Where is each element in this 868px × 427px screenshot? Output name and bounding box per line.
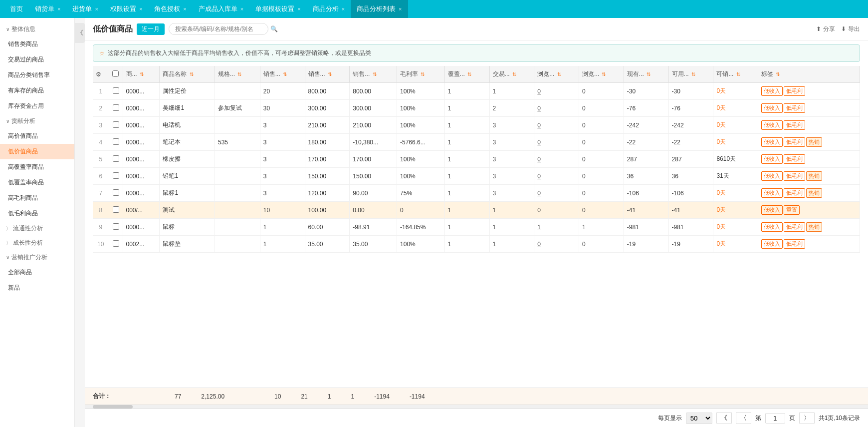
nav-sales-order[interactable]: 销货单 × — [29, 0, 66, 18]
nav-home[interactable]: 首页 — [4, 0, 29, 18]
cell-sellable: 0天 — [713, 117, 758, 134]
per-page-label: 每页显示 — [658, 414, 682, 423]
nav-finished-goods[interactable]: 产成品入库单 × — [193, 0, 249, 18]
browse1-link[interactable]: 0 — [537, 122, 541, 129]
sidebar-item-capital[interactable]: 库存资金占用 — [0, 98, 74, 114]
sidebar-item-all-products[interactable]: 全部商品 — [0, 265, 74, 280]
cell-browse1: 0 — [534, 185, 579, 202]
sidebar-item-category-sales-rate[interactable]: 商品分类销售率 — [0, 67, 74, 83]
column-sellable[interactable]: 可销... ⇅ — [713, 66, 758, 83]
cell-available: -30 — [668, 83, 713, 100]
share-button[interactable]: ⬆ 分享 — [816, 25, 835, 33]
column-tags[interactable]: 标签 ⇅ — [758, 66, 860, 83]
per-page-select[interactable]: 50 100 200 — [686, 413, 712, 424]
sidebar-item-new-products[interactable]: 新品 — [0, 280, 74, 296]
browse1-link[interactable]: 0 — [537, 190, 541, 197]
row-checkbox[interactable] — [113, 87, 119, 94]
nav-analysis-list[interactable]: 商品分析列表 × — [351, 0, 408, 18]
sidebar-item-low-coverage[interactable]: 低覆盖率商品 — [0, 175, 74, 190]
close-finished-goods-icon[interactable]: × — [240, 6, 243, 12]
prev-page-button[interactable]: 〈 — [736, 412, 751, 424]
browse1-link[interactable]: 0 — [537, 88, 541, 95]
column-gear[interactable]: ⚙ — [93, 66, 109, 83]
sidebar-group-marketing[interactable]: ∨ 营销推广分析 — [0, 250, 74, 265]
row-checkbox[interactable] — [113, 189, 119, 196]
close-analysis-list-icon[interactable]: × — [399, 6, 402, 12]
cell-available: -981 — [668, 219, 713, 236]
cell-spec — [215, 168, 260, 185]
column-browse2[interactable]: 浏览... ⇅ — [579, 66, 624, 83]
sidebar-item-in-stock[interactable]: 有库存的商品 — [0, 83, 74, 98]
column-spec[interactable]: 规格... ⇅ — [215, 66, 260, 83]
column-code[interactable]: 商... ⇅ — [123, 66, 160, 83]
browse1-link[interactable]: 0 — [537, 173, 541, 180]
close-permissions-icon[interactable]: × — [139, 6, 142, 12]
cell-trade: 3 — [489, 168, 534, 185]
sidebar-item-high-value[interactable]: 高价值商品 — [0, 128, 74, 144]
first-page-button[interactable]: 《 — [716, 412, 732, 424]
export-button[interactable]: ⬇ 导出 — [841, 25, 860, 33]
nav-purchase-order[interactable]: 进货单 × — [66, 0, 104, 18]
row-checkbox[interactable] — [113, 223, 119, 230]
sidebar-item-low-margin[interactable]: 低毛利商品 — [0, 206, 74, 221]
cell-name: 鼠标垫 — [160, 236, 215, 253]
sort-trade-icon: ⇅ — [512, 71, 516, 77]
column-sales-qty[interactable]: 销售... ⇅ — [260, 66, 305, 83]
select-all-checkbox[interactable] — [112, 70, 119, 77]
sort-salesqty-icon: ⇅ — [283, 71, 287, 77]
sort-margin-icon: ⇅ — [421, 71, 425, 77]
nav-permissions[interactable]: 权限设置 × — [104, 0, 148, 18]
cell-sales-amt: 180.00 — [305, 134, 350, 151]
page-number-input[interactable] — [765, 413, 785, 424]
row-checkbox[interactable] — [113, 121, 119, 128]
sidebar-item-traded[interactable]: 交易过的商品 — [0, 52, 74, 67]
browse1-link[interactable]: 0 — [537, 241, 541, 248]
pagination-bar: 每页显示 50 100 200 《 〈 第 页 〉 共1页,10条记录 — [85, 409, 868, 427]
sidebar-group-contribution[interactable]: ∨ 贡献分析 — [0, 114, 74, 128]
filter-period-button[interactable]: 近一月 — [137, 23, 165, 35]
row-checkbox[interactable] — [113, 172, 119, 179]
search-input[interactable] — [169, 23, 268, 35]
nav-template-settings[interactable]: 单据模板设置 × — [249, 0, 306, 18]
browse1-link[interactable]: 0 — [537, 156, 541, 163]
sidebar-item-low-value[interactable]: 低价值商品 — [0, 144, 74, 159]
close-product-analysis-icon[interactable]: × — [342, 6, 345, 12]
row-checkbox[interactable] — [113, 155, 119, 162]
browse1-link[interactable]: 0 — [537, 139, 541, 146]
column-margin[interactable]: 毛利率 ⇅ — [397, 66, 445, 83]
sidebar-group-overall[interactable]: ∨ 整体信息 — [0, 22, 74, 36]
search-icon[interactable]: 🔍 — [270, 25, 278, 32]
sidebar-item-sales-category[interactable]: 销售类商品 — [0, 36, 74, 52]
close-roles-icon[interactable]: × — [183, 6, 186, 12]
cell-margin: -164.85% — [397, 219, 445, 236]
nav-product-analysis[interactable]: 商品分析 × — [307, 0, 351, 18]
sidebar-item-high-coverage[interactable]: 高覆盖率商品 — [0, 159, 74, 175]
column-coverage[interactable]: 覆盖... ⇅ — [444, 66, 489, 83]
column-available[interactable]: 可用... ⇅ — [668, 66, 713, 83]
column-current-stock[interactable]: 现有... ⇅ — [624, 66, 668, 83]
browse1-link[interactable]: 0 — [537, 207, 541, 214]
tag-低毛利: 低毛利 — [784, 120, 805, 130]
column-trade[interactable]: 交易... ⇅ — [489, 66, 534, 83]
sidebar-group-flow[interactable]: 〉 流通性分析 — [0, 221, 74, 236]
close-sales-order-icon[interactable]: × — [57, 6, 60, 12]
row-checkbox[interactable] — [113, 206, 119, 213]
browse1-link[interactable]: 1 — [537, 224, 541, 231]
cell-browse2: 0 — [579, 202, 624, 219]
column-sales-avg[interactable]: 销售... ⇅ — [350, 66, 397, 83]
sidebar-group-growth[interactable]: 〉 成长性分析 — [0, 236, 74, 250]
sidebar-item-high-margin[interactable]: 高毛利商品 — [0, 190, 74, 206]
close-purchase-order-icon[interactable]: × — [95, 6, 98, 12]
column-browse1[interactable]: 浏览... ⇅ — [534, 66, 579, 83]
close-template-icon[interactable]: × — [297, 6, 300, 12]
row-checkbox[interactable] — [113, 138, 119, 145]
nav-roles[interactable]: 角色授权 × — [148, 0, 192, 18]
column-name[interactable]: 商品名称 ⇅ — [160, 66, 215, 83]
next-page-button[interactable]: 〉 — [799, 412, 815, 424]
row-checkbox[interactable] — [113, 240, 119, 247]
row-checkbox[interactable] — [113, 104, 119, 111]
sidebar-collapse-button[interactable]: 《 — [75, 23, 85, 43]
column-sales-amt[interactable]: 销售... ⇅ — [305, 66, 350, 83]
gear-icon[interactable]: ⚙ — [96, 71, 101, 78]
browse1-link[interactable]: 0 — [537, 105, 541, 112]
